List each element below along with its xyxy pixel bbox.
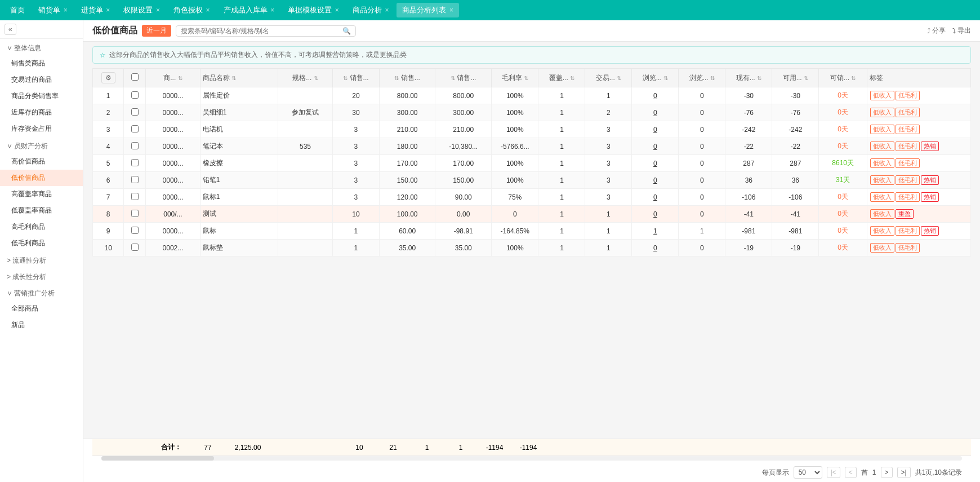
first-page-btn[interactable]: |<	[827, 467, 840, 478]
th-stock[interactable]: 现有... ⇅	[725, 69, 772, 87]
nav-home[interactable]: 首页	[5, 3, 30, 17]
nav-roles-close[interactable]: ×	[206, 6, 210, 14]
row-trade: 3	[585, 189, 632, 206]
nav-sales[interactable]: 销货单 ×	[33, 3, 73, 17]
days-badge: 0天	[838, 108, 848, 116]
row-avail: -41	[772, 206, 819, 223]
row-browse1: 0	[632, 138, 679, 155]
row-checkbox[interactable]	[131, 227, 139, 234]
row-checkbox[interactable]	[131, 91, 139, 99]
nav-template[interactable]: 单据模板设置 ×	[282, 3, 345, 17]
nav-sales-close[interactable]: ×	[64, 6, 68, 14]
share-btn[interactable]: ⤴ 分享	[927, 26, 946, 36]
th-sale3[interactable]: ⇅ 销售...	[435, 69, 492, 87]
th-sale1[interactable]: ⇅ 销售...	[332, 69, 379, 87]
sidebar-item-sales-products[interactable]: 销售类商品	[0, 55, 83, 72]
th-sale2[interactable]: ⇅ 销售...	[379, 69, 435, 87]
sidebar-item-low-value[interactable]: 低价值商品	[0, 170, 83, 186]
sidebar-item-near-stock[interactable]: 近库存的商品	[0, 104, 83, 121]
row-checkbox[interactable]	[131, 142, 139, 149]
browse-link[interactable]: 0	[653, 160, 657, 167]
th-tags[interactable]: 标签	[867, 69, 971, 87]
sidebar-item-stock-funds[interactable]: 库存资金占用	[0, 121, 83, 137]
row-checkbox[interactable]	[131, 193, 139, 200]
browse-link[interactable]: 0	[653, 109, 657, 117]
sidebar-group-marketing[interactable]: ∨ 营销推广分析	[0, 284, 83, 300]
th-name[interactable]: 商品名称 ⇅	[200, 69, 278, 87]
next-page-btn[interactable]: >	[881, 467, 893, 478]
th-trade[interactable]: 交易... ⇅	[585, 69, 632, 87]
row-checkbox[interactable]	[131, 125, 139, 132]
nav-product-analysis[interactable]: 商品分析 ×	[347, 3, 395, 17]
th-sellable[interactable]: 可销... ⇅	[819, 69, 867, 87]
th-cover[interactable]: 覆盖... ⇅	[538, 69, 585, 87]
row-name: 铅笔1	[200, 172, 278, 189]
row-sale3: 800.00	[435, 87, 492, 104]
nav-template-close[interactable]: ×	[335, 6, 339, 14]
scrollbar-thumb[interactable]	[101, 456, 214, 461]
export-btn[interactable]: ⤵ 导出	[952, 26, 971, 36]
sidebar-item-new-products[interactable]: 新品	[0, 317, 83, 333]
search-input[interactable]	[181, 27, 342, 35]
row-checkbox[interactable]	[131, 210, 139, 217]
row-sale1: 1	[332, 240, 379, 257]
th-spec[interactable]: 规格... ⇅	[278, 69, 333, 87]
browse-link[interactable]: 0	[653, 92, 657, 100]
nav-permissions[interactable]: 权限设置 ×	[118, 3, 166, 17]
sidebar-group-growth[interactable]: > 成长性分析	[0, 268, 83, 284]
nav-production-close[interactable]: ×	[270, 6, 274, 14]
sidebar-item-category-rate[interactable]: 商品分类销售率	[0, 88, 83, 104]
sidebar-item-low-coverage[interactable]: 低覆盖率商品	[0, 202, 83, 219]
nav-product-list-close[interactable]: ×	[449, 6, 453, 14]
scrollbar-track[interactable]	[101, 456, 962, 461]
row-sellable: 0天	[819, 223, 867, 240]
nav-roles[interactable]: 角色授权 ×	[168, 3, 216, 17]
row-browse1: 0	[632, 189, 679, 206]
th-margin[interactable]: 毛利率 ⇅	[492, 69, 538, 87]
select-all-checkbox[interactable]	[131, 73, 139, 81]
browse-link[interactable]: 0	[653, 244, 657, 252]
column-settings-btn[interactable]: ⚙	[101, 72, 115, 83]
th-browse1[interactable]: 浏览... ⇅	[632, 69, 679, 87]
sidebar-item-high-coverage[interactable]: 高覆盖率商品	[0, 186, 83, 202]
browse-link[interactable]: 0	[653, 143, 657, 151]
filter-period-btn[interactable]: 近一月	[142, 25, 171, 37]
row-checkbox[interactable]	[131, 108, 139, 116]
nav-purchase[interactable]: 进货单 ×	[75, 3, 116, 17]
row-num: 4	[93, 138, 124, 155]
sidebar-item-all-products[interactable]: 全部商品	[0, 300, 83, 317]
th-browse2[interactable]: 浏览... ⇅	[679, 69, 725, 87]
page-size-select[interactable]: 50 100 200	[794, 466, 822, 479]
nav-purchase-close[interactable]: ×	[106, 6, 110, 14]
browse-link[interactable]: 0	[653, 126, 657, 134]
sidebar-group-financial[interactable]: ∨ 员财产分析	[0, 137, 83, 153]
nav-product-analysis-close[interactable]: ×	[385, 6, 389, 14]
nav-product-list[interactable]: 商品分析列表 ×	[397, 3, 459, 17]
sidebar-group-overall[interactable]: ∨ 整体信息	[0, 39, 83, 55]
sidebar-collapse-btn[interactable]: «	[5, 24, 16, 35]
sidebar-item-high-margin[interactable]: 高毛利商品	[0, 219, 83, 235]
row-checkbox[interactable]	[131, 159, 139, 166]
nav-production[interactable]: 产成品入库单 ×	[218, 3, 280, 17]
th-code[interactable]: 商... ⇅	[146, 69, 201, 87]
browse-link[interactable]: 0	[653, 176, 657, 184]
nav-permissions-close[interactable]: ×	[156, 6, 160, 14]
search-icon[interactable]: 🔍	[342, 27, 351, 35]
th-avail[interactable]: 可用... ⇅	[772, 69, 819, 87]
prev-page-btn[interactable]: <	[845, 467, 857, 478]
last-page-btn[interactable]: >|	[897, 467, 911, 478]
table-wrapper[interactable]: ⚙ 商... ⇅ 商品名称 ⇅ 规格... ⇅ ⇅ 销售... ⇅ 销售... …	[83, 68, 980, 439]
row-sale1: 10	[332, 206, 379, 223]
sidebar-item-traded[interactable]: 交易过的商品	[0, 72, 83, 88]
browse-link[interactable]: 0	[653, 210, 657, 218]
row-cover: 1	[538, 172, 585, 189]
sidebar-group-circulation[interactable]: > 流通性分析	[0, 251, 83, 268]
browse-link[interactable]: 0	[653, 193, 657, 201]
row-code: 0000...	[146, 223, 201, 240]
row-checkbox[interactable]	[131, 176, 139, 183]
sidebar-item-high-value[interactable]: 高价值商品	[0, 153, 83, 170]
row-code: 0000...	[146, 104, 201, 121]
browse-link[interactable]: 1	[653, 227, 657, 235]
row-checkbox[interactable]	[131, 244, 139, 251]
sidebar-item-low-margin[interactable]: 低毛利商品	[0, 235, 83, 251]
